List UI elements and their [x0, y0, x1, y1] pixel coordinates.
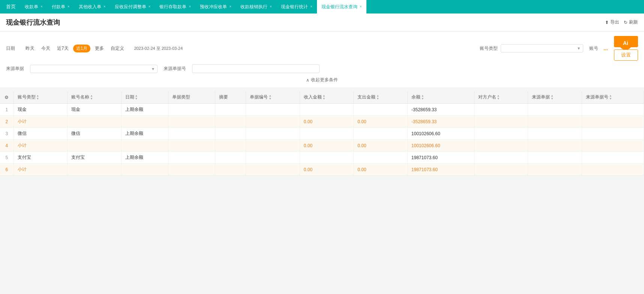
col-account_name[interactable]: 账号名称▲▼ [68, 91, 122, 104]
cell-voucher_type [168, 152, 215, 164]
collapse-icon: ∧ [306, 78, 309, 83]
cell-balance: 100102606.60 [407, 140, 474, 152]
cell-date [121, 140, 168, 152]
date-range: 2023-02-24 至 2023-03-24 [134, 46, 183, 51]
close-icon[interactable]: × [149, 0, 151, 13]
cell-date: 上期余额 [121, 104, 168, 116]
cell-source_voucher_no [582, 164, 644, 176]
row-index: 2 [0, 116, 14, 128]
col-balance[interactable]: 余额▲▼ [407, 91, 474, 104]
source-voucher-select[interactable]: ▾ [30, 65, 158, 73]
cell-account_name: 微信 [68, 128, 122, 140]
date-label: 日期 [6, 45, 17, 52]
date-option-更多[interactable]: 更多 [93, 45, 106, 52]
cell-income [300, 152, 354, 164]
cell-source_voucher_no [582, 128, 644, 140]
collapse-bar[interactable]: ∧ 收起更多条件 [6, 77, 638, 83]
export-button[interactable]: ⬆ 导出 [605, 19, 619, 25]
cell-counterparty [474, 152, 528, 164]
cell-counterparty [474, 164, 528, 176]
close-icon[interactable]: × [360, 0, 362, 13]
ai-badge[interactable]: Ai [619, 36, 632, 50]
date-option-近1月[interactable]: 近1月 [73, 45, 91, 52]
cell-voucher_type [168, 104, 215, 116]
table-row[interactable]: 6小计0.000.0019871073.60 [0, 164, 644, 176]
filter-row-2: 来源单据 ▾ 来源单据号 [6, 64, 638, 73]
nav-tab-其他收入单[interactable]: 其他收入单× [74, 0, 110, 13]
row-index: 6 [0, 164, 14, 176]
col-counterparty[interactable]: 对方户名▲▼ [474, 91, 528, 104]
cell-counterparty [474, 128, 528, 140]
cell-income [300, 128, 354, 140]
date-option-今天[interactable]: 今天 [39, 45, 53, 52]
cell-voucher_no [246, 116, 300, 128]
cell-source_voucher_no [582, 116, 644, 128]
date-option-自定义[interactable]: 自定义 [108, 45, 126, 52]
cell-voucher_type [168, 116, 215, 128]
source-voucher-no-input[interactable] [192, 64, 320, 73]
data-table: ⚙账号类型▲▼账号名称▲▼日期▲▼单据类型摘要单据编号▲▼收入金额▲▼支出金额▲… [0, 91, 644, 176]
col-account_type[interactable]: 账号类型▲▼ [14, 91, 68, 104]
nav-tab-现金银行统计[interactable]: 现金银行统计× [276, 0, 317, 13]
export-icon: ⬆ [605, 20, 609, 25]
cell-expense: 0.00 [354, 164, 408, 176]
refresh-button[interactable]: ↻ 刷新 [624, 19, 638, 25]
cell-date: 上期余额 [121, 152, 168, 164]
top-nav: 首页 收款单×付款单×其他收入单×应收应付调整单×银行存取款单×预收冲应收单×收… [0, 0, 644, 13]
table-row[interactable]: 2小计0.000.00-3528659.33 [0, 116, 644, 128]
col-date[interactable]: 日期▲▼ [121, 91, 168, 104]
cell-balance: -3528659.33 [407, 116, 474, 128]
nav-tab-预收冲应收单[interactable]: 预收冲应收单× [195, 0, 236, 13]
close-icon[interactable]: × [68, 0, 70, 13]
col-income[interactable]: 收入金额▲▼ [300, 91, 354, 104]
cell-account_type: 小计 [14, 116, 68, 128]
close-icon[interactable]: × [189, 0, 191, 13]
col-source_voucher[interactable]: 来源单据▲▼ [528, 91, 582, 104]
table-row[interactable]: 1现金现金上期余额-3528659.33 [0, 104, 644, 116]
close-icon[interactable]: × [310, 0, 312, 13]
row-index: 4 [0, 140, 14, 152]
nav-tab-付款单[interactable]: 付款单× [47, 0, 74, 13]
col-summary: 摘要 [215, 91, 246, 104]
date-option-昨天[interactable]: 昨天 [23, 45, 37, 52]
page-title: 现金银行流水查询 [6, 18, 60, 27]
table-row[interactable]: 4小计0.000.00100102606.60 [0, 140, 644, 152]
cell-source_voucher [528, 152, 582, 164]
gear-column[interactable]: ⚙ [0, 91, 14, 104]
account-dots-button[interactable]: ... [603, 45, 608, 51]
cell-expense: 0.00 [354, 140, 408, 152]
cell-date: 上期余额 [121, 128, 168, 140]
close-icon[interactable]: × [104, 0, 106, 13]
col-voucher_no[interactable]: 单据编号▲▼ [246, 91, 300, 104]
col-source_voucher_no[interactable]: 来源单据号▲▼ [582, 91, 644, 104]
cell-summary [215, 140, 246, 152]
cell-voucher_no [246, 140, 300, 152]
table-row[interactable]: 5支付宝支付宝上期余额19871073.60 [0, 152, 644, 164]
cell-account_type: 小计 [14, 164, 68, 176]
cell-summary [215, 104, 246, 116]
nav-tabs: 收款单×付款单×其他收入单×应收应付调整单×银行存取款单×预收冲应收单×收款核销… [20, 0, 366, 13]
cell-account_name: 支付宝 [68, 152, 122, 164]
close-icon[interactable]: × [41, 0, 43, 13]
cell-account_type: 支付宝 [14, 152, 68, 164]
nav-tab-应收应付调整单[interactable]: 应收应付调整单× [110, 0, 155, 13]
nav-tab-银行存取款单[interactable]: 银行存取款单× [155, 0, 195, 13]
nav-tab-现金银行流水查询[interactable]: 现金银行流水查询× [317, 0, 366, 13]
nav-tab-收款核销执行[interactable]: 收款核销执行× [236, 0, 276, 13]
cell-source_voucher [528, 116, 582, 128]
col-expense[interactable]: 支出金额▲▼ [354, 91, 408, 104]
date-option-近7天[interactable]: 近7天 [55, 45, 71, 52]
nav-home[interactable]: 首页 [2, 3, 20, 10]
close-icon[interactable]: × [229, 0, 231, 13]
cell-voucher_type [168, 140, 215, 152]
table-row[interactable]: 3微信微信上期余额100102606.60 [0, 128, 644, 140]
close-icon[interactable]: × [270, 0, 272, 13]
settings-button[interactable]: 设置 [614, 49, 638, 61]
cell-account_name [68, 116, 122, 128]
account-label: 账号 [589, 45, 600, 52]
nav-tab-收款单[interactable]: 收款单× [20, 0, 47, 13]
cell-source_voucher [528, 128, 582, 140]
cell-voucher_no [246, 164, 300, 176]
account-type-select[interactable]: ▾ [501, 44, 583, 52]
cell-balance: 19871073.60 [407, 164, 474, 176]
